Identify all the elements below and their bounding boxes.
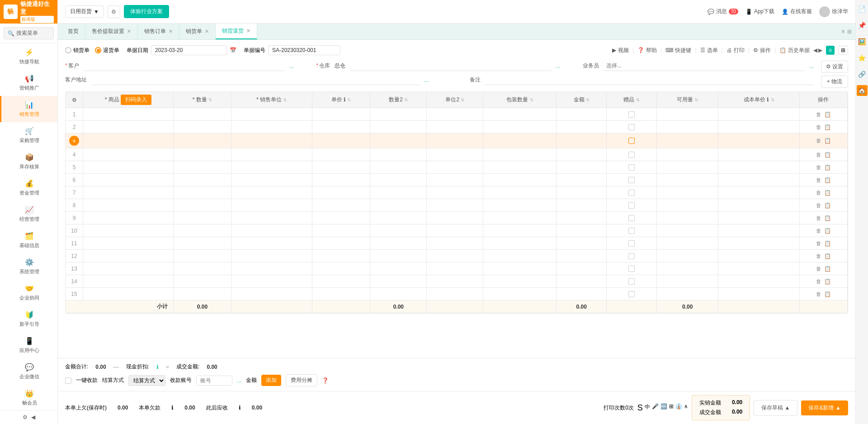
industry-dropdown[interactable]: 日用百货 ▼ [65,5,104,18]
sidebar-item-inventory[interactable]: 📦 库存核算 [0,148,57,175]
row-unit2-3[interactable] [427,133,483,148]
copy-icon[interactable]: 📋 [824,215,831,221]
row-pkg-1[interactable] [483,108,557,121]
sougou-icon[interactable]: S [637,403,643,413]
message-button[interactable]: 💬 消息 70 [708,8,738,15]
scan-button[interactable]: 扫码录入 [121,95,151,105]
row-cost-2[interactable] [718,121,799,133]
remark-input[interactable] [485,75,814,85]
tab-sales-return-close[interactable]: ✕ [246,28,250,34]
delete-icon[interactable]: 🗑 [816,240,821,247]
row-avail-1[interactable] [657,108,718,121]
user-profile[interactable]: 徐泽华 [819,6,848,17]
customer-more-button[interactable]: ... [289,63,293,69]
right-tool-star[interactable]: ⭐ [857,52,868,63]
row-qty2-3[interactable] [370,133,427,148]
settings-button[interactable]: ⚙ 设置 [821,61,848,73]
delete-row-1-icon[interactable]: 🗑 [816,111,821,118]
radio-delivery[interactable]: 销货单 [65,47,90,54]
operate-button[interactable]: ⚙ 操作 [753,47,771,54]
tool-icon-2[interactable]: 🎤 [652,403,659,413]
one-click-payment-checkbox[interactable] [65,377,71,384]
copy-row-3-icon[interactable]: 📋 [824,138,831,144]
row-product-2[interactable] [83,121,174,133]
prev-icon[interactable]: ◀ [813,47,817,53]
row-cost-3[interactable] [718,133,799,148]
sort-unit-icon[interactable]: ⇅ [283,97,287,102]
row-unit-1[interactable] [231,108,312,121]
delete-icon[interactable]: 🗑 [816,202,821,209]
logistics-button[interactable]: + 物流 [821,76,848,88]
delete-icon[interactable]: 🗑 [816,190,821,196]
row-pkg-3[interactable] [483,133,557,148]
sort-cost-icon[interactable]: ⇅ [771,97,774,102]
salesperson-more-button[interactable]: ... [809,63,814,69]
sidebar-item-apps[interactable]: 📱 应用中心 [0,332,57,358]
warehouse-input[interactable] [350,61,551,71]
tab-sales-order[interactable]: 销售订单 ✕ [138,24,179,39]
salesperson-input[interactable] [604,61,805,71]
row-unit2-1[interactable] [427,108,483,121]
delete-icon[interactable]: 🗑 [816,152,821,158]
tab-sales-delivery[interactable]: 销货单 ✕ [179,24,216,39]
row-qty-1[interactable] [174,108,231,121]
sidebar-item-member[interactable]: 👑 畅会员 [0,385,57,410]
product-input-3[interactable] [87,138,170,144]
sort-avail-icon[interactable]: ⇅ [694,97,698,102]
radio-return[interactable]: 退货单 [95,47,119,54]
row-amount-3[interactable] [557,133,607,148]
save-new-button[interactable]: 保存&新增 ▲ [801,400,848,415]
add-payment-button[interactable]: 添加 [261,375,281,386]
copy-icon[interactable]: 📋 [824,228,831,234]
copy-icon[interactable]: 📋 [824,177,831,183]
view-card-button[interactable]: ≡ [826,46,835,55]
copy-icon[interactable]: 📋 [824,190,831,196]
video-button[interactable]: ▶ 视频 [612,47,629,54]
sort-pkg-icon[interactable]: ⇅ [530,97,533,102]
view-list-button[interactable]: ⊞ [838,46,848,55]
row-qty2-2[interactable] [370,121,427,133]
topbar-gear-button[interactable]: ⚙ [108,5,120,18]
copy-icon[interactable]: 📋 [824,240,831,247]
row-cost-1[interactable] [718,108,799,121]
add-row-button[interactable]: + [69,136,79,146]
fee-split-button[interactable]: 费用分摊 [286,374,317,386]
delete-icon[interactable]: 🗑 [816,177,821,183]
copy-icon[interactable]: 📋 [824,152,831,158]
delete-row-2-icon[interactable]: 🗑 [816,124,821,130]
search-menu-button[interactable]: 🔍 搜索菜单 [4,27,54,39]
copy-icon[interactable]: 📋 [824,253,831,259]
sidebar-item-system[interactable]: ⚙️ 系统管理 [0,253,57,280]
sort-amount-icon[interactable]: ⇅ [586,97,590,102]
sidebar-item-guide[interactable]: 🔰 新手引导 [0,306,57,332]
calculate-method-select[interactable]: 结算方式 [128,375,165,386]
row-qty2-1[interactable] [370,108,427,121]
delete-icon[interactable]: 🗑 [816,253,821,259]
delete-icon[interactable]: 🗑 [816,278,821,285]
row-product-1[interactable] [83,108,174,121]
sidebar-item-finance[interactable]: 💰 资金管理 [0,175,57,201]
tool-icon-6[interactable]: ∧ [684,403,688,413]
tab-sales-return[interactable]: 销货退货 ✕ [216,24,257,39]
right-tool-link[interactable]: 🔗 [857,69,868,80]
tool-icon-1[interactable]: 中 [645,403,650,413]
next-icon[interactable]: ▶ [818,47,822,53]
sort-quantity-icon[interactable]: ⇅ [208,97,212,102]
sort-qty2-icon[interactable]: ⇅ [404,97,408,102]
row-qty-2[interactable] [174,121,231,133]
tab-price-setting-close[interactable]: ✕ [127,29,131,34]
account-more-button[interactable]: ... [237,377,241,384]
warehouse-more-button[interactable]: ... [556,63,560,69]
row-unit-2[interactable] [231,121,312,133]
sidebar-item-enterprise[interactable]: 🤝 企业协同 [0,280,57,306]
sidebar-item-basic[interactable]: 🗂️ 基础信息 [0,227,57,253]
app-download-button[interactable]: 📱 App下载 [745,8,774,15]
tab-sales-delivery-close[interactable]: ✕ [205,29,209,34]
copy-icon[interactable]: 📋 [824,202,831,209]
sidebar-item-operation[interactable]: 📈 经营管理 [0,201,57,227]
tab-sales-order-close[interactable]: ✕ [169,29,173,34]
account-input[interactable] [196,376,232,386]
select-order-button[interactable]: ☰ 选单 [700,47,718,54]
copy-icon[interactable]: 📋 [824,291,831,297]
delete-row-3-icon[interactable]: 🗑 [816,138,821,144]
